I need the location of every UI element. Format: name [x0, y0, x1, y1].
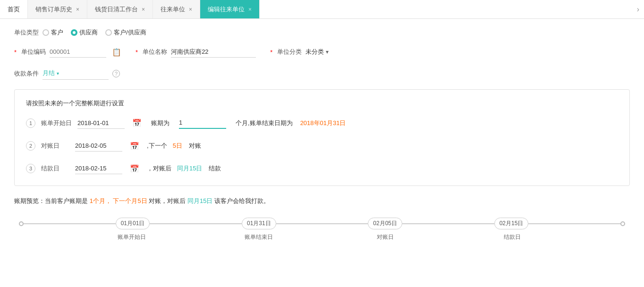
- tab-home-label: 首页: [8, 5, 20, 14]
- tl-node-4: 02月15日: [494, 218, 529, 229]
- tab-edit-partner-label: 编辑往来单位: [208, 5, 245, 14]
- tab-partner[interactable]: 往来单位 ×: [153, 0, 200, 18]
- radio-both-label: 客户/供应商: [114, 28, 146, 37]
- radio-circle-both: [105, 29, 112, 36]
- name-group: * 单位名称: [136, 46, 256, 58]
- code-group: * 单位编码 📋: [14, 46, 121, 58]
- tl-start-dot: [19, 221, 24, 226]
- tab-sales-history[interactable]: 销售订单历史 ×: [28, 0, 87, 18]
- category-value: 未分类: [305, 48, 324, 56]
- timeline-labels-row: 账单开始日 账单结束日 对账日 结款日: [19, 233, 625, 241]
- highlight-3: 同月15日: [177, 164, 202, 173]
- tl-box-3: 02月05日: [368, 218, 402, 229]
- radio-both[interactable]: 客户/供应商: [105, 28, 146, 37]
- radio-supplier[interactable]: 供应商: [71, 28, 98, 37]
- payment-chevron: ▾: [57, 71, 59, 76]
- timeline-line-row: 01月01日 01月31日 02月05日 02月15日: [19, 218, 625, 229]
- cal-icon-3[interactable]: 📅: [130, 164, 139, 173]
- tl-line-3: [276, 223, 368, 224]
- highlight-2: 5日: [173, 142, 182, 150]
- end-date-highlight: 2018年01月31日: [300, 119, 346, 127]
- settings-title: 请按照未来的一个完整帐期进行设置: [26, 99, 618, 108]
- tab-arrow[interactable]: ›: [632, 5, 644, 14]
- preview-part3: 同月15日: [187, 197, 212, 204]
- close-edit-partner[interactable]: ×: [248, 6, 252, 13]
- date-input-2[interactable]: [75, 140, 122, 152]
- preview-text: 账期预览：当前客户账期是 1个月， 下一个月5日 对账，对账后 同月15日 该客…: [14, 195, 630, 206]
- category-dropdown[interactable]: 未分类 ▾: [305, 48, 362, 56]
- code-name-row: * 单位编码 📋 * 单位名称 * 单位分类 未分类 ▾: [14, 46, 630, 58]
- suffix-2a: ,下一个: [147, 142, 167, 150]
- tab-cashier-label: 钱货日清工作台: [95, 5, 138, 14]
- tl-label-1: 账单开始日: [118, 233, 146, 241]
- preview-middle: 对账，对账后: [149, 197, 186, 204]
- field-label-1: 账单开始日: [41, 119, 72, 127]
- tab-sales-history-label: 销售订单历史: [35, 5, 72, 14]
- code-label: 单位编码: [21, 48, 46, 56]
- suffix-2b: 对账: [189, 142, 201, 150]
- category-label: 单位分类: [277, 48, 302, 56]
- suffix-3a: ，对账后: [147, 164, 171, 173]
- row-num-3: 3: [26, 164, 35, 173]
- suffix-3b: 结款: [209, 164, 221, 173]
- cal-icon-1[interactable]: 📅: [132, 118, 142, 127]
- payment-help-icon[interactable]: ?: [112, 70, 120, 77]
- suffix-before-1: 账期为: [151, 119, 169, 127]
- date-input-3[interactable]: [75, 163, 122, 174]
- radio-supplier-label: 供应商: [79, 28, 98, 37]
- close-cashier[interactable]: ×: [142, 6, 145, 13]
- tab-bar: 首页 销售订单历史 × 钱货日清工作台 × 往来单位 × 编辑往来单位 × ›: [0, 0, 644, 19]
- main-content: 单位类型 客户 供应商 客户/供应商 * 单位编码: [0, 19, 644, 287]
- cal-icon-2[interactable]: 📅: [130, 142, 139, 151]
- tl-node-2: 01月31日: [242, 218, 276, 229]
- name-required: *: [136, 49, 138, 56]
- unit-type-group: 单位类型 客户 供应商 客户/供应商: [14, 28, 146, 37]
- unit-type-row: 单位类型 客户 供应商 客户/供应商: [14, 28, 630, 37]
- category-group: * 单位分类 未分类 ▾: [270, 48, 362, 56]
- tl-box-2: 01月31日: [242, 218, 276, 229]
- tab-cashier[interactable]: 钱货日清工作台 ×: [87, 0, 153, 18]
- category-chevron: ▾: [326, 49, 329, 55]
- radio-circle-customer: [42, 29, 49, 36]
- payment-row: 收款条件 月结 ▾ ?: [14, 67, 630, 80]
- tl-end-dot: [620, 221, 625, 226]
- timeline-section: 01月01日 01月31日 02月05日 02月15日: [14, 218, 630, 241]
- code-required: *: [14, 49, 17, 56]
- row-num-2: 2: [26, 141, 35, 151]
- code-input[interactable]: [50, 46, 106, 58]
- preview-part2: 下一个月5日: [113, 197, 147, 204]
- radio-customer[interactable]: 客户: [42, 28, 63, 37]
- tl-line-5: [528, 223, 620, 224]
- setting-row-3: 3 结款日 📅 ，对账后 同月15日 结款: [26, 163, 618, 174]
- tl-box-1: 01月01日: [116, 218, 150, 229]
- setting-row-1: 1 账单开始日 📅 账期为 个月,账单结束日期为 2018年01月31日: [26, 117, 618, 129]
- unit-type-radio-group: 客户 供应商 客户/供应商: [42, 28, 146, 37]
- close-sales-history[interactable]: ×: [76, 6, 79, 13]
- suffix-after-1: 个月,账单结束日期为: [236, 119, 293, 127]
- months-input[interactable]: [179, 117, 226, 129]
- tl-node-3: 02月05日: [368, 218, 402, 229]
- settings-box: 请按照未来的一个完整帐期进行设置 1 账单开始日 📅 账期为 个月,账单结束日期…: [14, 89, 630, 186]
- tl-label-3: 对账日: [377, 233, 394, 241]
- tab-home[interactable]: 首页: [0, 0, 28, 18]
- code-calendar-icon[interactable]: 📋: [112, 48, 121, 57]
- tl-line-1: [24, 223, 116, 224]
- row-num-1: 1: [26, 118, 35, 128]
- payment-select[interactable]: 月结 ▾: [42, 67, 109, 80]
- tl-box-4: 02月15日: [494, 218, 529, 229]
- unit-type-label: 单位类型: [14, 28, 39, 37]
- field-label-2: 对账日: [41, 142, 69, 150]
- date-input-1[interactable]: [77, 118, 125, 129]
- payment-group: 收款条件 月结 ▾ ?: [14, 67, 120, 80]
- payment-label: 收款条件: [14, 69, 39, 78]
- preview-suffix: 该客户会给我打款。: [214, 197, 270, 204]
- tab-edit-partner[interactable]: 编辑往来单位 ×: [200, 0, 260, 18]
- name-input[interactable]: [171, 46, 256, 58]
- radio-circle-supplier: [71, 29, 77, 36]
- radio-customer-label: 客户: [51, 28, 63, 37]
- tl-label-4: 结款日: [504, 233, 521, 241]
- preview-prefix: 账期预览：当前客户账期是: [14, 197, 88, 204]
- tl-label-2: 账单结束日: [245, 233, 273, 241]
- close-partner[interactable]: ×: [189, 6, 192, 13]
- tl-node-1: 01月01日: [116, 218, 150, 229]
